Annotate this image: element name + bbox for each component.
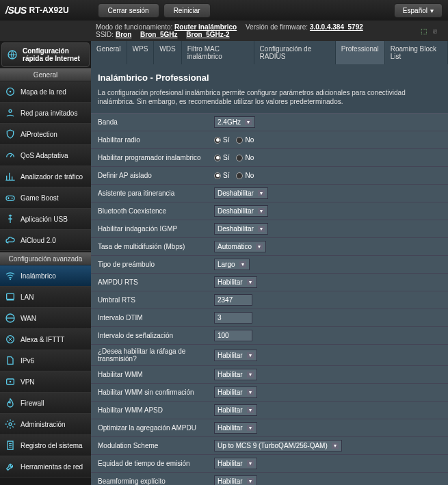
sidebar-item-aiprotection[interactable]: AiProtection (0, 124, 91, 145)
setting-control: 2.4GHz▾ (214, 116, 441, 128)
radio-no[interactable]: No (236, 136, 254, 144)
tab-general[interactable]: General (91, 41, 127, 64)
setting-row: Habilitar WMMHabilitar▾ (91, 366, 448, 384)
logout-button[interactable]: Cerrar sesión (98, 3, 159, 18)
select-input[interactable]: Largo▾ (214, 259, 250, 270)
sidebar-item-wan[interactable]: WAN (0, 308, 91, 329)
tab-professional[interactable]: Professional (336, 41, 385, 64)
sidebar-item-registro-del-sistema[interactable]: Registro del sistema (0, 435, 91, 456)
select-input[interactable]: Habilitar▾ (214, 458, 257, 469)
chevron-down-icon: ▾ (258, 190, 265, 196)
language-select[interactable]: Español ▾ (394, 3, 443, 18)
text-input[interactable] (214, 330, 252, 341)
net-icon (4, 86, 16, 98)
setting-label: Beamforming explícito (98, 477, 214, 485)
sidebar-item-mapa-de-la-red[interactable]: Mapa de la red (0, 81, 91, 103)
setting-row: Equidad de tiempo de emisiónHabilitar▾ (91, 455, 448, 473)
sidebar-item-game-boost[interactable]: Game Boost (0, 187, 91, 209)
sidebar-item-firewall[interactable]: Firewall (0, 393, 91, 414)
setting-label: Modulation Scheme (98, 442, 214, 449)
select-input[interactable]: Habilitar▾ (214, 475, 257, 485)
radio-yes[interactable]: Sí (214, 136, 229, 144)
setting-row: Modulation SchemeUp to MCS 9 (TurboQAM/2… (91, 437, 448, 455)
setting-row: Optimizar la agregación AMPDUHabilitar▾ (91, 419, 448, 437)
svg-rect-5 (6, 196, 14, 200)
setting-control: SíNo (214, 172, 441, 179)
radio-icon (214, 137, 221, 144)
select-value: Deshabilitar (218, 189, 254, 197)
sidebar-item-red-para-invitados[interactable]: Red para invitados (0, 103, 91, 124)
tab-wps[interactable]: WPS (127, 41, 155, 64)
fw-value[interactable]: 3.0.0.4.384_5792 (310, 23, 363, 31)
tab-wds[interactable]: WDS (154, 41, 181, 64)
setting-row: Definir AP aisladoSíNo (91, 167, 448, 185)
select-input[interactable]: Habilitar▾ (214, 404, 257, 416)
ipv6-icon (4, 354, 16, 367)
topbar: /SUS RT-AX92U Cerrar sesión Reiniciar Es… (0, 0, 448, 21)
shield-icon (4, 128, 16, 140)
sidebar-item-lan[interactable]: LAN (0, 287, 91, 308)
radio-icon (236, 137, 243, 144)
status-icon[interactable]: ⬚ (421, 27, 430, 34)
sidebar-item-label: LAN (21, 293, 34, 301)
select-input[interactable]: Automático▾ (214, 241, 266, 252)
sidebar-item-qos-adaptativa[interactable]: QoS Adaptativa (0, 145, 91, 166)
wifi-icon (4, 270, 16, 282)
setting-label: AMPDU RTS (98, 278, 214, 286)
svg-point-14 (9, 423, 12, 425)
sidebar-item-herramientas-de-red[interactable]: Herramientas de red (0, 456, 91, 477)
language-label: Español (403, 7, 427, 14)
mode-value[interactable]: Router inalámbrico (174, 23, 237, 31)
setting-row: Tasa de multidifusión (Mbps)Automático▾ (91, 238, 448, 256)
sidebar-item-aicloud-2-0[interactable]: AiCloud 2.0 (0, 230, 91, 251)
setting-control: Automático▾ (214, 241, 441, 252)
sidebar-item-aplicaci-n-usb[interactable]: Aplicación USB (0, 209, 91, 230)
text-input[interactable] (214, 294, 252, 306)
sidebar-item-inal-mbrico[interactable]: Inalámbrico (0, 265, 91, 287)
select-input[interactable]: Deshabilitar▾ (214, 223, 268, 235)
radio-yes[interactable]: Sí (214, 154, 229, 161)
select-input[interactable]: Up to MCS 9 (TurboQAM/256-QAM)▾ (214, 440, 342, 451)
sidebar-item-administraci-n[interactable]: Administración (0, 414, 91, 435)
select-input[interactable]: Deshabilitar▾ (214, 187, 268, 199)
select-value: Habilitar (218, 477, 243, 485)
select-input[interactable]: 2.4GHz▾ (214, 116, 255, 128)
sidebar-item-ipv6[interactable]: IPv6 (0, 350, 91, 371)
chevron-down-icon: ▾ (258, 226, 265, 232)
select-input[interactable]: Habilitar▾ (214, 276, 257, 288)
setting-row: Habilitar indagación IGMPDeshabilitar▾ (91, 220, 448, 238)
wan-icon (4, 312, 16, 324)
tab-filtro-mac-inal-mbrico[interactable]: Filtro MAC inalámbrico (182, 41, 254, 64)
sidebar-item-label: WAN (21, 315, 36, 322)
text-input[interactable] (214, 312, 252, 324)
sidebar-item-analizador-de-tr-fico[interactable]: Analizador de tráfico (0, 166, 91, 187)
reboot-button[interactable]: Reiniciar (163, 3, 211, 18)
select-input[interactable]: Habilitar▾ (214, 350, 257, 361)
select-input[interactable]: Habilitar▾ (214, 369, 257, 380)
sidebar-heading-general: General (0, 68, 91, 81)
sidebar-item-vpn[interactable]: VPN (0, 371, 91, 393)
usb-icon[interactable]: ⎚ (433, 27, 443, 34)
setting-control: Deshabilitar▾ (214, 187, 441, 199)
fire-icon (4, 397, 16, 409)
setting-row: Banda2.4GHz▾ (91, 114, 448, 131)
chevron-down-icon: ▾ (256, 244, 263, 250)
select-input[interactable]: Habilitar▾ (214, 422, 257, 434)
select-value: Habilitar (218, 389, 243, 396)
setting-control: Largo▾ (214, 259, 441, 270)
setting-control: Deshabilitar▾ (214, 223, 441, 235)
select-value: Habilitar (218, 424, 243, 432)
radio-no[interactable]: No (236, 154, 254, 161)
quick-setup-button[interactable]: Configuración rápida de Internet (1, 42, 90, 67)
select-input[interactable]: Habilitar▾ (214, 386, 257, 398)
sidebar-item-label: AiCloud 2.0 (21, 237, 56, 244)
tab-roaming-block-list[interactable]: Roaming Block List (385, 41, 448, 64)
select-input[interactable]: Deshabilitar▾ (214, 205, 268, 217)
tab-configuraci-n-de-radius[interactable]: Configuración de RADIUS (254, 41, 336, 64)
page-title: Inalámbrico - Professional (91, 64, 448, 88)
radio-no[interactable]: No (236, 172, 254, 179)
radio-yes[interactable]: Sí (214, 172, 229, 179)
select-value: Deshabilitar (218, 225, 254, 233)
sidebar-item-alexa-ifttt[interactable]: Alexa & IFTTT (0, 329, 91, 350)
sidebar-heading-advanced: Configuración avanzada (0, 252, 91, 265)
